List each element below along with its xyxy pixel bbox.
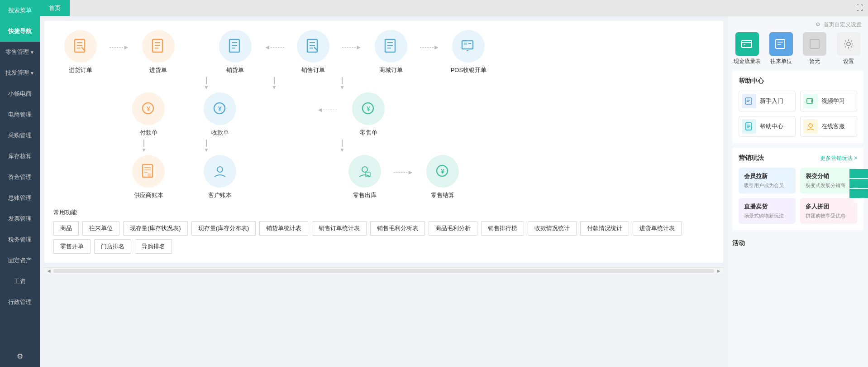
receipt-icon: ¥: [204, 92, 236, 125]
func-buttons: 商品 往来单位 现存量(库存状况表) 现存量(库存分布表) 销货单统计表 销售订…: [53, 221, 714, 254]
group-title: 多人拼团: [806, 203, 852, 211]
purchase-label: 进货单: [149, 66, 167, 74]
flow-node-retail-out[interactable]: 零售出库: [338, 155, 392, 199]
flow-node-sales[interactable]: 销货单: [208, 30, 262, 74]
settings-icon[interactable]: ⚙: [0, 346, 40, 367]
scroll-right-arrow[interactable]: ►: [716, 268, 721, 274]
help-item-video[interactable]: 视频学习: [800, 91, 857, 111]
sidebar-item-salary[interactable]: 工资: [0, 271, 40, 292]
float-btn-community[interactable]: 服务社区: [849, 179, 868, 188]
v-arrow-purchase: ▼: [184, 77, 229, 91]
float-btn-service[interactable]: 客服热线: [849, 169, 868, 178]
sidebar-search[interactable]: 搜索菜单: [0, 0, 40, 21]
pos-label: POS收银开单: [451, 66, 486, 74]
svg-rect-35: [148, 173, 151, 177]
purchase-order-label: 进货订单: [69, 66, 92, 74]
sidebar-item-label: 采购管理: [8, 131, 32, 140]
sidebar-nav-header[interactable]: 快捷导航: [0, 21, 40, 42]
func-btn-sales-rank[interactable]: 销售排行榜: [481, 221, 524, 236]
sidebar-item-tax[interactable]: 税务管理: [0, 229, 40, 250]
sidebar-item-ledger[interactable]: 总账管理: [0, 188, 40, 208]
chevron-down-icon: ▼: [30, 71, 34, 76]
common-funcs-title: 常用功能: [53, 208, 714, 217]
flow-node-mall-order[interactable]: 商城订单: [364, 30, 418, 74]
retail-settle-label: 零售结算: [431, 191, 454, 199]
sidebar-item-label: 资金管理: [8, 173, 32, 181]
flow-node-pos[interactable]: POS收银开单: [441, 30, 496, 74]
expand-icon[interactable]: ⛶: [852, 4, 868, 12]
sidebar-item-retail[interactable]: 零售管理 ▼: [0, 42, 40, 63]
marketing-item-member[interactable]: 会员拉新 吸引用户成为会员: [739, 168, 796, 193]
flow-node-sales-order[interactable]: 销售订单: [286, 30, 340, 74]
svg-point-58: [809, 124, 812, 127]
marketing-item-group[interactable]: 多人拼团 拼团购物享受优惠: [800, 198, 857, 224]
func-btn-retail-order[interactable]: 零售开单: [53, 239, 91, 254]
sidebar-item-label: 总账管理: [8, 194, 32, 202]
func-btn-sales-order-stat[interactable]: 销售订单统计表: [312, 221, 367, 236]
help-item-help[interactable]: 帮助中心: [739, 116, 796, 137]
bottom-scrollbar[interactable]: ◄ ►: [44, 267, 723, 274]
sidebar-item-fixed-assets[interactable]: 固定资产: [0, 250, 40, 271]
scroll-track[interactable]: [53, 269, 714, 273]
scroll-left-arrow[interactable]: ◄: [46, 268, 52, 274]
func-btn-stock-dist[interactable]: 现存量(库存分布表): [191, 221, 256, 236]
qa-none[interactable]: 暂无: [800, 32, 830, 65]
qa-settings[interactable]: 设置: [834, 32, 864, 65]
flow-node-receipt[interactable]: ¥ 收款单: [193, 92, 247, 137]
flow-node-supplier-ledger[interactable]: 供应商账本: [121, 155, 176, 199]
flow-node-purchase[interactable]: 进货单: [131, 30, 186, 74]
flow-node-payment[interactable]: ¥ 付款单: [121, 92, 176, 137]
flow-diagram: 进货订单 ► 进货单: [53, 30, 714, 199]
marketing-item-live[interactable]: 直播卖货 场景式购物新玩法: [739, 198, 796, 224]
content-area: 进货订单 ► 进货单: [40, 16, 868, 367]
func-btn-payment-stat[interactable]: 付款情况统计: [580, 221, 629, 236]
help-doc-icon: [742, 119, 756, 134]
func-btn-partner[interactable]: 往来单位: [82, 221, 119, 236]
cashflow-icon-box: [735, 32, 759, 56]
sidebar-item-admin[interactable]: 行政管理: [0, 292, 40, 313]
marketing-item-distribution[interactable]: 裂变分销 裂变式发展分销商: [800, 168, 857, 193]
tab-bar: 首页 ⛶: [40, 0, 868, 16]
func-btn-receipt-stat[interactable]: 收款情况统计: [528, 221, 577, 236]
tab-home[interactable]: 首页: [40, 0, 70, 16]
func-btn-product-margin[interactable]: 商品毛利分析: [429, 221, 477, 236]
marketing-more-link[interactable]: 更多营销玩法 >: [820, 155, 857, 162]
sidebar-item-finance[interactable]: 资金管理: [0, 167, 40, 188]
sidebar-item-ecommerce[interactable]: 电商管理: [0, 104, 40, 125]
sidebar-item-inventory[interactable]: 库存核算: [0, 146, 40, 167]
qa-settings-label: 设置: [843, 58, 854, 65]
func-btn-sales-stat[interactable]: 销货单统计表: [259, 221, 308, 236]
flow-node-retail-settle[interactable]: ¥ 零售结算: [415, 155, 470, 199]
func-btn-stock-status[interactable]: 现存量(库存状况表): [123, 221, 188, 236]
func-btn-sales-margin[interactable]: 销售毛利分析表: [370, 221, 425, 236]
v-arrow-sales: ▼: [252, 77, 297, 91]
func-btn-store-rank[interactable]: 门店排名: [94, 239, 131, 254]
qa-partner[interactable]: 往来单位: [766, 32, 796, 65]
func-btn-product[interactable]: 商品: [53, 221, 79, 236]
qa-cashflow[interactable]: 现金流量表: [732, 32, 763, 65]
help-item-video-label: 视频学习: [821, 97, 845, 105]
sidebar-item-wholesale[interactable]: 批发管理 ▼: [0, 63, 40, 83]
arrow-6: ►: [394, 169, 414, 176]
float-btn-desktop[interactable]: 桌面快捷: [849, 189, 868, 198]
flow-node-customer-ledger[interactable]: 客户账本: [193, 155, 247, 199]
distribution-title: 裂变分销: [806, 172, 852, 180]
flow-node-retail[interactable]: ¥ 零售单: [341, 92, 396, 137]
help-item-service[interactable]: 在线客服: [800, 116, 857, 137]
sidebar-item-label: 行政管理: [8, 298, 32, 306]
func-btn-guide-rank[interactable]: 导购排名: [135, 239, 172, 254]
sidebar-item-ecommerce-small[interactable]: 小畅电商: [0, 83, 40, 104]
customize-link[interactable]: ⚙ 首页自定义设置: [732, 21, 863, 29]
beginner-icon: [742, 94, 756, 108]
supplier-ledger-icon: [132, 155, 165, 188]
v-arrow-payment: ▼: [121, 140, 167, 153]
help-item-beginner[interactable]: 新手入门: [739, 91, 796, 111]
sidebar-item-purchase[interactable]: 采购管理: [0, 125, 40, 146]
gear-icon: ⚙: [816, 21, 820, 28]
flow-node-purchase-order[interactable]: 进货订单: [53, 30, 108, 74]
sidebar-item-invoice[interactable]: 发票管理: [0, 208, 40, 229]
sidebar-item-label: 批发管理: [5, 69, 29, 77]
func-btn-purchase-stat[interactable]: 进货单统计表: [633, 221, 682, 236]
none-icon-box: [803, 32, 826, 56]
purchase-icon: [142, 30, 175, 63]
